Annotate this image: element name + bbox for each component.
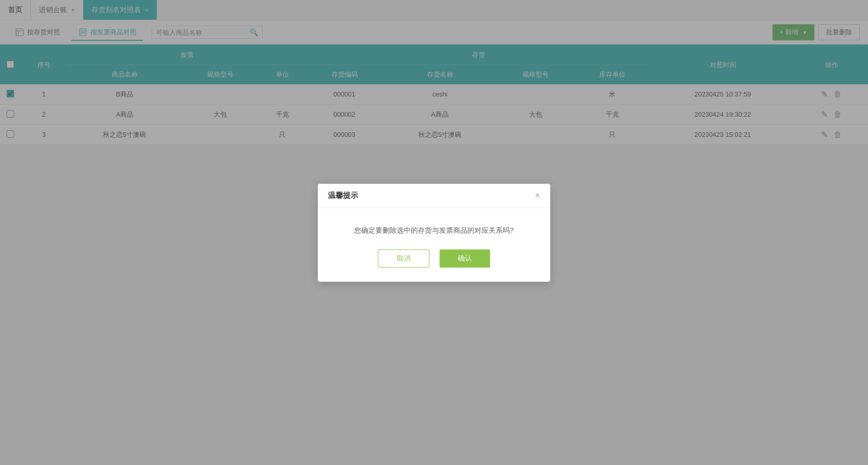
dialog-overlay: 温馨提示 × 您确定要删除选中的存货与发票商品的对应关系吗? 取消 确认 bbox=[0, 0, 868, 145]
